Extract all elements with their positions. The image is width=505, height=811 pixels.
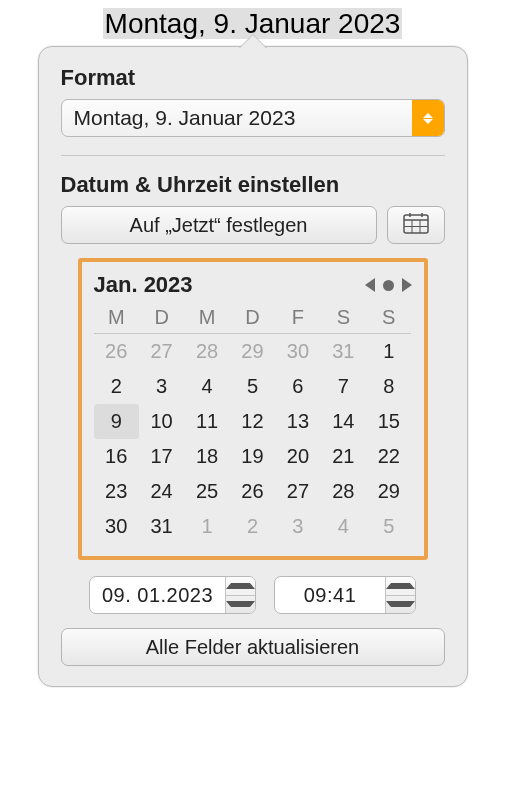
calendar: Jan. 2023 MDMDFSS26272829303112345678910… bbox=[78, 258, 428, 560]
calendar-day[interactable]: 23 bbox=[94, 474, 139, 509]
calendar-day[interactable]: 17 bbox=[139, 439, 184, 474]
calendar-dow: S bbox=[321, 306, 366, 334]
datetime-label: Datum & Uhrzeit einstellen bbox=[61, 172, 445, 198]
calendar-dow: F bbox=[275, 306, 320, 334]
calendar-day[interactable]: 11 bbox=[184, 404, 229, 439]
calendar-day[interactable]: 28 bbox=[321, 474, 366, 509]
calendar-day[interactable]: 14 bbox=[321, 404, 366, 439]
calendar-day[interactable]: 31 bbox=[139, 509, 184, 544]
calendar-dow: D bbox=[139, 306, 184, 334]
calendar-day[interactable]: 5 bbox=[230, 369, 275, 404]
calendar-dow: M bbox=[94, 306, 139, 334]
calendar-day[interactable]: 15 bbox=[366, 404, 411, 439]
calendar-day[interactable]: 22 bbox=[366, 439, 411, 474]
calendar-day[interactable]: 30 bbox=[275, 334, 320, 369]
time-stepper[interactable] bbox=[385, 577, 415, 613]
calendar-dow: S bbox=[366, 306, 411, 334]
calendar-day[interactable]: 3 bbox=[139, 369, 184, 404]
calendar-day[interactable]: 20 bbox=[275, 439, 320, 474]
calendar-day[interactable]: 31 bbox=[321, 334, 366, 369]
dropdown-arrows-icon bbox=[412, 100, 444, 136]
calendar-day[interactable]: 18 bbox=[184, 439, 229, 474]
separator bbox=[61, 155, 445, 156]
calendar-day[interactable]: 8 bbox=[366, 369, 411, 404]
calendar-day[interactable]: 10 bbox=[139, 404, 184, 439]
calendar-day[interactable]: 29 bbox=[366, 474, 411, 509]
calendar-day[interactable]: 1 bbox=[366, 334, 411, 369]
calendar-month-label: Jan. 2023 bbox=[94, 272, 193, 298]
calendar-icon bbox=[403, 212, 429, 239]
calendar-day[interactable]: 24 bbox=[139, 474, 184, 509]
calendar-day[interactable]: 27 bbox=[275, 474, 320, 509]
calendar-day[interactable]: 2 bbox=[230, 509, 275, 544]
next-month-button[interactable] bbox=[402, 278, 412, 292]
calendar-day[interactable]: 13 bbox=[275, 404, 320, 439]
calendar-day[interactable]: 19 bbox=[230, 439, 275, 474]
today-button[interactable] bbox=[383, 280, 394, 291]
calendar-dow: M bbox=[184, 306, 229, 334]
prev-month-button[interactable] bbox=[365, 278, 375, 292]
calendar-day[interactable]: 2 bbox=[94, 369, 139, 404]
calendar-day[interactable]: 9 bbox=[94, 404, 139, 439]
calendar-day[interactable]: 16 bbox=[94, 439, 139, 474]
time-step-up[interactable] bbox=[386, 577, 415, 595]
format-dropdown-value: Montag, 9. Januar 2023 bbox=[74, 106, 296, 130]
calendar-day[interactable]: 6 bbox=[275, 369, 320, 404]
format-label: Format bbox=[61, 65, 445, 91]
calendar-day[interactable]: 25 bbox=[184, 474, 229, 509]
time-step-down[interactable] bbox=[386, 596, 415, 614]
date-field[interactable]: 09. 01.2023 bbox=[89, 576, 256, 614]
calendar-toggle-button[interactable] bbox=[387, 206, 445, 244]
calendar-day[interactable]: 7 bbox=[321, 369, 366, 404]
date-step-down[interactable] bbox=[226, 596, 255, 614]
calendar-day[interactable]: 29 bbox=[230, 334, 275, 369]
date-format-popover: Format Montag, 9. Januar 2023 Datum & Uh… bbox=[38, 46, 468, 687]
time-field[interactable]: 09:41 bbox=[274, 576, 416, 614]
svg-rect-0 bbox=[404, 215, 428, 233]
calendar-day[interactable]: 28 bbox=[184, 334, 229, 369]
calendar-day[interactable]: 5 bbox=[366, 509, 411, 544]
calendar-day[interactable]: 26 bbox=[230, 474, 275, 509]
format-dropdown[interactable]: Montag, 9. Januar 2023 bbox=[61, 99, 445, 137]
calendar-day[interactable]: 21 bbox=[321, 439, 366, 474]
date-stepper[interactable] bbox=[225, 577, 255, 613]
calendar-day[interactable]: 4 bbox=[184, 369, 229, 404]
set-to-now-button[interactable]: Auf „Jetzt“ festlegen bbox=[61, 206, 377, 244]
date-step-up[interactable] bbox=[226, 577, 255, 595]
calendar-day[interactable]: 26 bbox=[94, 334, 139, 369]
calendar-day[interactable]: 30 bbox=[94, 509, 139, 544]
calendar-day[interactable]: 27 bbox=[139, 334, 184, 369]
calendar-day[interactable]: 4 bbox=[321, 509, 366, 544]
update-all-fields-button[interactable]: Alle Felder aktualisieren bbox=[61, 628, 445, 666]
calendar-day[interactable]: 1 bbox=[184, 509, 229, 544]
calendar-day[interactable]: 3 bbox=[275, 509, 320, 544]
calendar-dow: D bbox=[230, 306, 275, 334]
calendar-day[interactable]: 12 bbox=[230, 404, 275, 439]
